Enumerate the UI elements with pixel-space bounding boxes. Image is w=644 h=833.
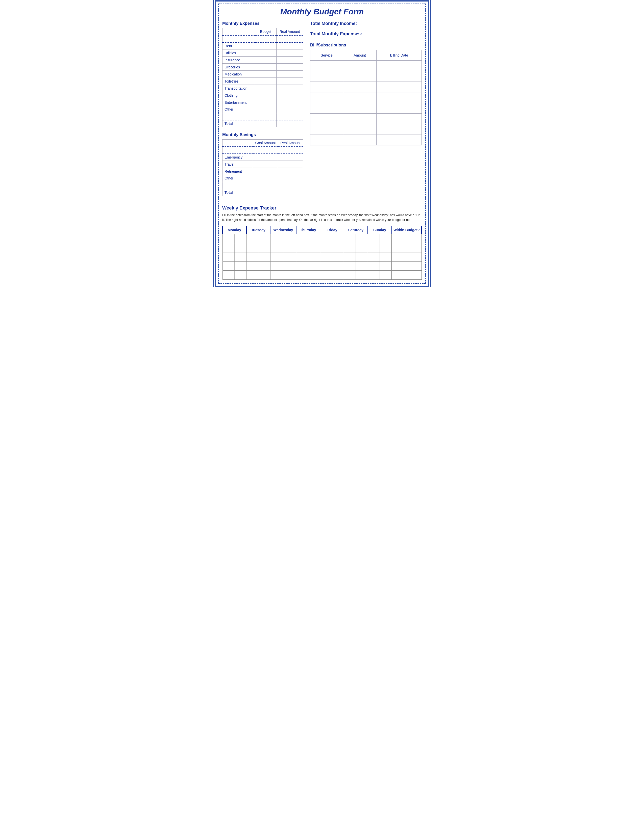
week-row1-day7-date[interactable]: [368, 234, 380, 243]
bill-amount-2[interactable]: [343, 71, 377, 82]
week-row1-day7-amount[interactable]: [380, 234, 391, 243]
expense-toiletries-real[interactable]: [277, 78, 303, 85]
week-row1-day4-amount[interactable]: [308, 234, 320, 243]
week-row1-day5[interactable]: [320, 234, 344, 243]
week-row1-day6-date[interactable]: [344, 234, 356, 243]
week-row5-day1-date[interactable]: [223, 270, 235, 280]
week-row2-day3-date[interactable]: [270, 243, 283, 252]
expense-rent-budget[interactable]: [255, 42, 277, 50]
week-row5-day6-date[interactable]: [344, 270, 356, 280]
week-row1-day6-amount[interactable]: [356, 234, 367, 243]
week-row5-day3-date[interactable]: [270, 270, 283, 280]
week-row5-day1-amount[interactable]: [235, 270, 246, 280]
week-row2-day3-amount[interactable]: [283, 243, 296, 252]
week-row3-day6[interactable]: [344, 252, 368, 261]
expenses-total-budget[interactable]: [255, 120, 277, 127]
week-row3-day4[interactable]: [296, 252, 320, 261]
savings-other-real[interactable]: [278, 175, 303, 182]
week-row3-day4-amount[interactable]: [308, 252, 320, 261]
bill-amount-6[interactable]: [343, 114, 377, 124]
bill-service-1[interactable]: [311, 61, 343, 71]
week-row4-day4-date[interactable]: [296, 262, 308, 270]
week-row3-day7[interactable]: [368, 252, 392, 261]
savings-retirement-goal[interactable]: [253, 168, 278, 175]
week-row3-day4-date[interactable]: [296, 252, 308, 261]
bill-date-1[interactable]: [377, 61, 422, 71]
week-row4-day3-amount[interactable]: [283, 262, 296, 270]
week-row3-day2-amount[interactable]: [258, 252, 270, 261]
bill-service-7[interactable]: [311, 124, 343, 135]
week-row1-day3[interactable]: [270, 234, 296, 243]
bill-date-8[interactable]: [377, 135, 422, 145]
week-row2-day7[interactable]: [368, 243, 392, 252]
week-row4-day1-date[interactable]: [223, 262, 235, 270]
week-row4-day2-amount[interactable]: [258, 262, 270, 270]
week-row3-within-budget[interactable]: [392, 252, 422, 261]
week-row2-day5-amount[interactable]: [332, 243, 344, 252]
expense-medication-budget[interactable]: [255, 71, 277, 78]
week-row5-day2-date[interactable]: [246, 270, 258, 280]
week-row1-day2-date[interactable]: [246, 234, 258, 243]
week-row4-day7[interactable]: [368, 261, 392, 270]
expense-medication-real[interactable]: [277, 71, 303, 78]
week-row4-day6-amount[interactable]: [356, 262, 367, 270]
expense-insurance-real[interactable]: [277, 56, 303, 64]
expense-other-budget[interactable]: [255, 106, 277, 113]
week-row2-day4-date[interactable]: [296, 243, 308, 252]
week-row1-day3-amount[interactable]: [283, 234, 296, 243]
week-row3-day1-date[interactable]: [223, 252, 235, 261]
bill-date-4[interactable]: [377, 92, 422, 103]
week-row2-day6-date[interactable]: [344, 243, 356, 252]
week-row3-day6-date[interactable]: [344, 252, 356, 261]
bill-amount-1[interactable]: [343, 61, 377, 71]
expense-transportation-real[interactable]: [277, 85, 303, 92]
week-row5-day5-amount[interactable]: [332, 270, 344, 280]
bill-service-6[interactable]: [311, 114, 343, 124]
expense-clothing-budget[interactable]: [255, 92, 277, 99]
bill-date-7[interactable]: [377, 124, 422, 135]
week-row3-day5-amount[interactable]: [332, 252, 344, 261]
savings-other-goal[interactable]: [253, 175, 278, 182]
week-row1-day6[interactable]: [344, 234, 368, 243]
week-row4-day7-date[interactable]: [368, 262, 380, 270]
week-row5-day4-amount[interactable]: [308, 270, 320, 280]
savings-travel-goal[interactable]: [253, 161, 278, 168]
expense-entertainment-budget[interactable]: [255, 99, 277, 106]
week-row4-day7-amount[interactable]: [380, 262, 391, 270]
week-row3-day7-amount[interactable]: [380, 252, 391, 261]
week-row1-day4[interactable]: [296, 234, 320, 243]
week-row4-day5-date[interactable]: [320, 262, 332, 270]
week-row4-day5[interactable]: [320, 261, 344, 270]
week-row2-within-budget[interactable]: [392, 243, 422, 252]
week-row5-day7[interactable]: [368, 270, 392, 280]
week-row4-day3-date[interactable]: [270, 262, 283, 270]
bill-amount-8[interactable]: [343, 135, 377, 145]
week-row1-day1-date[interactable]: [223, 234, 235, 243]
week-row5-day7-date[interactable]: [368, 270, 380, 280]
week-row2-day6-amount[interactable]: [356, 243, 367, 252]
week-row2-day4-amount[interactable]: [308, 243, 320, 252]
bill-date-2[interactable]: [377, 71, 422, 82]
expense-groceries-budget[interactable]: [255, 64, 277, 71]
savings-emergency-goal[interactable]: [253, 154, 278, 161]
week-row1-day5-amount[interactable]: [332, 234, 344, 243]
bill-date-3[interactable]: [377, 82, 422, 92]
week-row2-day2[interactable]: [246, 243, 270, 252]
week-row1-day7[interactable]: [368, 234, 392, 243]
bill-amount-7[interactable]: [343, 124, 377, 135]
savings-total-real[interactable]: [278, 189, 303, 196]
week-row4-day2-date[interactable]: [246, 262, 258, 270]
expense-entertainment-real[interactable]: [277, 99, 303, 106]
week-row2-day7-amount[interactable]: [380, 243, 391, 252]
week-row5-day5-date[interactable]: [320, 270, 332, 280]
week-row1-day3-date[interactable]: [270, 234, 283, 243]
savings-total-goal[interactable]: [253, 189, 278, 196]
week-row5-day3-amount[interactable]: [283, 270, 296, 280]
week-row2-day1-amount[interactable]: [235, 243, 246, 252]
week-row5-day6[interactable]: [344, 270, 368, 280]
bill-service-3[interactable]: [311, 82, 343, 92]
expenses-total-real[interactable]: [277, 120, 303, 127]
week-row4-day3[interactable]: [270, 261, 296, 270]
week-row2-day2-date[interactable]: [246, 243, 258, 252]
week-row4-day6-date[interactable]: [344, 262, 356, 270]
